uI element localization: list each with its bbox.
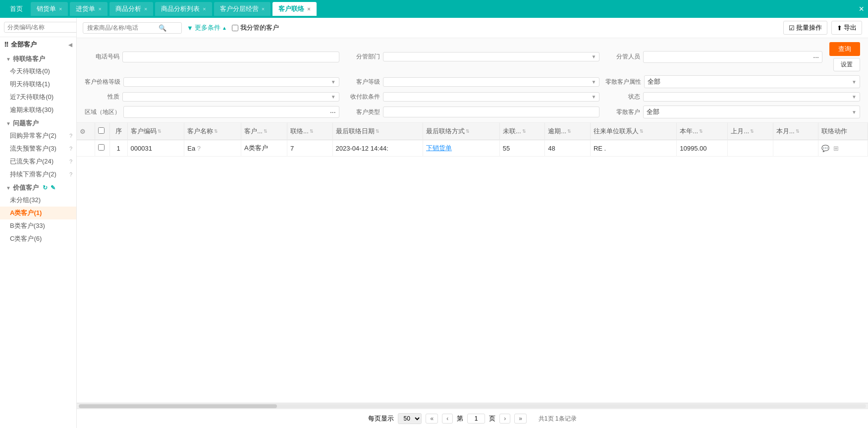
close-tab-goods-list[interactable]: ×: [203, 6, 206, 12]
filter-dept-select[interactable]: ▼: [383, 52, 600, 61]
filter-phone-input[interactable]: [122, 52, 339, 62]
help-icon4[interactable]: ?: [69, 171, 72, 177]
close-tab-customer-contact[interactable]: ×: [307, 6, 310, 12]
sort-icon-this-year[interactable]: ⇅: [699, 129, 703, 134]
dots-icon2[interactable]: ···: [330, 108, 336, 116]
sort-icon-method[interactable]: ⇅: [466, 129, 470, 134]
horizontal-scrollbar[interactable]: [77, 403, 868, 409]
tab-goods-analysis[interactable]: 商品分析 ×: [109, 2, 153, 16]
sort-icon-last-date[interactable]: ⇅: [376, 129, 380, 134]
tab-goods-list[interactable]: 商品分析列表 ×: [155, 2, 212, 16]
group-pending-contact[interactable]: ▼ 待联络客户: [0, 52, 76, 65]
filter-cust-type-input[interactable]: [383, 107, 600, 117]
group-problem-customers[interactable]: ▼ 问题客户: [0, 116, 76, 129]
my-customers-check[interactable]: [232, 25, 238, 31]
row-this-month-cell: [773, 140, 818, 157]
sidebar-item-c-class[interactable]: C类客户(6): [0, 232, 76, 245]
sort-icon-last-month[interactable]: ⇅: [750, 129, 754, 134]
sidebar-item-lost-warning[interactable]: 流失预警客户(3) ?: [0, 142, 76, 155]
filter-price-grade-select[interactable]: ▼: [123, 77, 339, 87]
sidebar-item-lost[interactable]: 已流失客户(24) ?: [0, 155, 76, 168]
help-icon3[interactable]: ?: [69, 159, 72, 164]
sort-icon-contact[interactable]: ⇅: [310, 129, 314, 134]
select-all-checkbox[interactable]: [98, 127, 105, 134]
sidebar-item-overdue[interactable]: 逾期未联络(30): [0, 104, 76, 116]
row-this-year-cell: 10995.00: [677, 140, 728, 157]
filter-payment-select[interactable]: ▼: [383, 92, 600, 102]
customer-table: ⚙ 序 客户编码 ⇅: [77, 123, 868, 157]
chat-icon[interactable]: 💬: [821, 145, 829, 152]
sort-icon-this-month[interactable]: ⇅: [796, 129, 800, 134]
sidebar-item-ungrouped[interactable]: 未分组(32): [0, 194, 76, 207]
dots-icon1[interactable]: ···: [813, 53, 819, 61]
page-number-input[interactable]: [467, 414, 485, 424]
last-page-button[interactable]: »: [514, 414, 527, 424]
refresh-icon[interactable]: ↻: [43, 184, 48, 191]
filter-search-input[interactable]: [87, 24, 157, 31]
close-tab-purchase[interactable]: ×: [98, 6, 101, 12]
help-icon2[interactable]: ?: [69, 146, 72, 152]
close-tab-goods-analysis[interactable]: ×: [144, 6, 147, 12]
sidebar-search-input[interactable]: [4, 22, 77, 33]
sidebar-item-repurchase-anomaly[interactable]: 回购异常客户(2) ?: [0, 129, 76, 142]
sort-icon-type[interactable]: ⇅: [264, 129, 268, 134]
help-icon1[interactable]: ?: [69, 133, 72, 139]
edit-group-icon[interactable]: ✎: [51, 184, 55, 191]
sort-icon-overdue[interactable]: ⇅: [567, 129, 571, 134]
filter-nature-select[interactable]: ▼: [122, 92, 339, 102]
filter-cust-grade-select[interactable]: ▼: [383, 77, 600, 87]
sort-icon-code[interactable]: ⇅: [158, 129, 162, 134]
export-button[interactable]: ⬆ 导出: [831, 21, 862, 35]
filter-status-label: 状态: [605, 93, 640, 101]
filter-person: 分管人员 ··· 查询 设置: [605, 42, 860, 71]
sort-icon-unit-contact[interactable]: ⇅: [640, 129, 644, 134]
sidebar-item-today[interactable]: 今天待联络(0): [0, 65, 76, 78]
close-tab-customer-segment[interactable]: ×: [262, 6, 265, 12]
tab-purchase[interactable]: 进货单 ×: [70, 2, 107, 16]
tab-customer-segment[interactable]: 客户分层经营 ×: [214, 2, 271, 16]
tab-home[interactable]: 首页: [4, 2, 29, 16]
group-value-customers[interactable]: ▼ 价值客户 ↻ ✎: [0, 181, 76, 194]
filter-status-select[interactable]: ▼: [643, 92, 860, 102]
first-page-button[interactable]: «: [426, 414, 438, 424]
all-customers-header[interactable]: ⠿ 全部客户 ◀: [0, 37, 76, 52]
tab-sales[interactable]: 销货单 ×: [31, 2, 68, 16]
filter-search-box: 🔍: [83, 22, 182, 34]
sidebar-item-tomorrow[interactable]: 明天待联络(1): [0, 78, 76, 91]
my-customers-checkbox[interactable]: 我分管的客户: [232, 23, 279, 32]
filter-sparse-attr-select[interactable]: 全部 ▼: [644, 75, 860, 88]
row-contact-cell: 7: [287, 140, 332, 157]
filter-search-icon[interactable]: 🔍: [159, 24, 166, 32]
sidebar-item-b-class[interactable]: B类客户(33): [0, 219, 76, 232]
row-uncontacted-cell: 55: [499, 140, 545, 157]
close-tab-sales[interactable]: ×: [59, 6, 62, 12]
close-all-button[interactable]: ×: [859, 4, 864, 14]
triangle-icon3: ▼: [6, 185, 11, 191]
col-this-year: 本年... ⇅: [677, 123, 728, 140]
more-filters-button[interactable]: ▼ 更多条件 ▲: [187, 23, 227, 32]
sort-icon-name[interactable]: ⇅: [214, 129, 218, 134]
settings-icon[interactable]: ⚙: [80, 128, 86, 135]
sidebar-item-declining[interactable]: 持续下滑客户(2) ?: [0, 168, 76, 181]
scrollbar-thumb[interactable]: [79, 404, 277, 408]
settings-button[interactable]: 设置: [833, 58, 860, 71]
query-actions: 查询 设置: [829, 42, 860, 71]
sidebar-item-a-class[interactable]: A类客户(1): [0, 207, 76, 219]
filter-sparse-cust-select[interactable]: 全部 ▼: [643, 106, 860, 118]
filter-person-input[interactable]: ···: [643, 51, 822, 63]
next-page-button[interactable]: ›: [499, 414, 510, 424]
last-method-link[interactable]: 下销货单: [426, 144, 452, 152]
sort-icon-uncontacted[interactable]: ⇅: [522, 129, 526, 134]
filter-region-input[interactable]: ···: [123, 106, 339, 118]
sidebar-item-7days[interactable]: 近7天待联络(0): [0, 91, 76, 104]
page-size-select[interactable]: 50: [398, 413, 422, 424]
grid-icon-action[interactable]: ⊞: [833, 145, 839, 152]
tab-customer-contact[interactable]: 客户联络 ×: [272, 2, 316, 16]
batch-op-button[interactable]: ☑ 批量操作: [783, 21, 827, 35]
filter-payment: 收付款条件 ▼: [345, 92, 600, 102]
filter-cust-grade-label: 客户等级: [345, 78, 380, 86]
prev-page-button[interactable]: ‹: [442, 414, 453, 424]
row-checkbox[interactable]: [98, 144, 105, 151]
query-button[interactable]: 查询: [829, 42, 860, 56]
total-info: 共1页 1条记录: [539, 415, 577, 423]
